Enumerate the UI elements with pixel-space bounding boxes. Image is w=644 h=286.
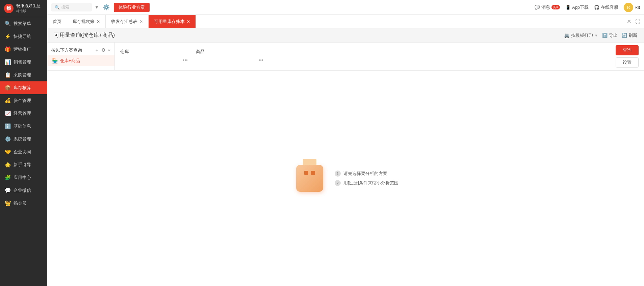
sidebar-item-sales[interactable]: 📊 销售管理 xyxy=(0,56,47,69)
warehouse-more-icon[interactable]: ••• xyxy=(183,57,188,63)
filter-title: 按以下方案查询 xyxy=(51,47,82,53)
refresh-btn[interactable]: 🔄 刷新 xyxy=(622,32,637,38)
scheme-item-warehouse-product[interactable]: 🏪 仓库+商品 xyxy=(47,55,114,66)
warehouse-input[interactable] xyxy=(120,56,181,64)
print-btn[interactable]: 🖨️ 按模板打印 ▼ xyxy=(564,32,598,38)
tab-collect-summary[interactable]: 收发存汇总表 ✕ xyxy=(106,15,149,28)
scheme-label: 仓库+商品 xyxy=(60,58,80,64)
tab-collect-close[interactable]: ✕ xyxy=(139,19,143,24)
sidebar-item-appcenter[interactable]: 🧩 应用中心 xyxy=(0,171,47,184)
money-icon: 💰 xyxy=(5,98,11,104)
sidebar-label-appcenter: 应用中心 xyxy=(14,175,31,181)
sidebar-item-system[interactable]: ⚙️ 系统管理 xyxy=(0,133,47,146)
tab-batch-close[interactable]: ✕ xyxy=(97,19,100,24)
message-btn[interactable]: 💬 消息 99+ xyxy=(535,4,560,10)
sidebar-item-search[interactable]: 🔍 搜索菜单 xyxy=(0,17,47,30)
logo-icon: 畅 xyxy=(4,4,14,13)
sidebar-item-basic[interactable]: ℹ️ 基础信息 xyxy=(0,120,47,133)
sidebar-item-stock[interactable]: 📦 库存核算 xyxy=(0,81,47,94)
info-icon: ℹ️ xyxy=(5,123,11,129)
tab-collect-label: 收发存汇总表 xyxy=(111,19,137,25)
puzzle-icon: 🧩 xyxy=(5,175,11,181)
product-field-label: 商品 xyxy=(196,49,263,55)
sidebar-label-basic: 基础信息 xyxy=(14,123,31,129)
star-icon: 🌟 xyxy=(5,162,11,168)
filter-right: 仓库 ••• 商品 ••• 查询 设置 xyxy=(115,43,644,70)
sidebar-item-corpwechat[interactable]: 💬 企业微信 xyxy=(0,184,47,197)
crown-icon: 👑 xyxy=(5,200,11,206)
print-icon: 🖨️ xyxy=(564,33,570,38)
sidebar-label-vip: 畅会员 xyxy=(14,200,27,206)
app-download-btn[interactable]: 📱 App下载 xyxy=(565,4,589,10)
tab-available-close[interactable]: ✕ xyxy=(187,19,190,24)
user-name: Rit xyxy=(635,5,640,10)
sidebar-label-system: 系统管理 xyxy=(14,136,31,142)
tab-batch-ledger[interactable]: 库存批次账 ✕ xyxy=(67,15,106,28)
sidebar-item-guide[interactable]: 🌟 新手引导 xyxy=(0,158,47,171)
user-area[interactable]: R Rit xyxy=(624,3,640,12)
sidebar-label-stock: 库存核算 xyxy=(14,85,31,91)
trial-btn[interactable]: 体验行业方案 xyxy=(114,3,150,12)
product-input[interactable] xyxy=(196,56,257,64)
settings-icon[interactable]: ⚙️ xyxy=(102,3,111,12)
filter-title-actions: ＋ ⚙ « xyxy=(95,47,110,53)
export-btn[interactable]: ⬆️ 导出 xyxy=(602,32,618,38)
sidebar-item-purchase[interactable]: 📋 采购管理 xyxy=(0,69,47,81)
sidebar-item-vip[interactable]: 👑 畅会员 xyxy=(0,197,47,210)
edit-scheme-icon[interactable]: ⚙ xyxy=(101,47,106,53)
export-label: 导出 xyxy=(609,32,618,38)
hint-num-1: 1 xyxy=(335,171,341,177)
sidebar-label-shortcut: 快捷导航 xyxy=(14,33,31,40)
tab-available-label: 可用量库存账本 xyxy=(154,19,185,25)
logo-text: 畅康通好生意 标准版 xyxy=(16,3,41,14)
topbar-dropdown-icon[interactable]: ▼ xyxy=(95,5,99,10)
tabbar-close-button[interactable]: ✕ xyxy=(625,17,633,26)
chat-icon: 💬 xyxy=(5,187,11,193)
sidebar-item-shortcut[interactable]: ⚡ 快捷导航 xyxy=(0,30,47,43)
product-more-icon[interactable]: ••• xyxy=(258,57,263,63)
tab-home-label: 首页 xyxy=(53,19,61,25)
sidebar-label-biz: 经营管理 xyxy=(14,110,31,116)
print-label: 按模板打印 xyxy=(571,32,593,38)
warehouse-input-row: ••• xyxy=(120,56,188,64)
online-service-label: 在线客服 xyxy=(601,4,618,10)
query-button[interactable]: 查询 xyxy=(616,45,639,55)
collapse-icon[interactable]: « xyxy=(108,47,110,53)
topbar-right: 💬 消息 99+ 📱 App下载 🎧 在线客服 R Rit xyxy=(535,3,640,12)
sidebar-item-corp[interactable]: 🤝 企业协同 xyxy=(0,146,47,158)
print-dropdown-icon[interactable]: ▼ xyxy=(594,33,598,37)
empty-hints: 1 请先选择要分析的方案 2 用[过滤]条件来缩小分析范围 xyxy=(335,171,398,186)
empty-content: 1 请先选择要分析的方案 2 用[过滤]条件来缩小分析范围 xyxy=(293,161,398,195)
topbar: 🔍 搜索 ▼ ⚙️ 体验行业方案 💬 消息 99+ 📱 App下载 🎧 在线客服… xyxy=(47,0,644,15)
message-icon: 💬 xyxy=(535,5,540,10)
sidebar-item-biz[interactable]: 📈 经营管理 xyxy=(0,107,47,120)
sidebar-item-fund[interactable]: 💰 资金管理 xyxy=(0,94,47,107)
export-icon: ⬆️ xyxy=(602,33,608,38)
topbar-search-icon: 🔍 xyxy=(55,5,60,10)
tab-batch-label: 库存批次账 xyxy=(73,19,95,25)
headset-icon: 🎧 xyxy=(594,5,599,10)
filter-title-row: 按以下方案查询 ＋ ⚙ « xyxy=(47,45,114,55)
avatar: R xyxy=(624,3,633,12)
app-edition: 标准版 xyxy=(16,9,41,14)
topbar-search-text: 搜索 xyxy=(61,4,69,10)
message-badge: 99+ xyxy=(551,5,560,9)
sidebar-item-marketing[interactable]: 🎁 营销推广 xyxy=(0,43,47,56)
add-scheme-icon[interactable]: ＋ xyxy=(95,47,99,53)
box-icon: 📦 xyxy=(5,85,11,91)
app-name: 畅康通好生意 xyxy=(16,3,41,9)
robot-eye-right xyxy=(311,171,315,175)
refresh-label: 刷新 xyxy=(628,32,637,38)
page-header: 可用量查询(按仓库+商品) 🖨️ 按模板打印 ▼ ⬆️ 导出 🔄 刷新 xyxy=(47,28,644,43)
hint-text-2: 用[过滤]条件来缩小分析范围 xyxy=(343,180,398,186)
topbar-search-box[interactable]: 🔍 搜索 xyxy=(51,3,92,11)
hint-text-1: 请先选择要分析的方案 xyxy=(343,171,387,177)
tab-available-ledger[interactable]: 可用量库存账本 ✕ xyxy=(149,15,196,28)
sidebar-logo: 畅 畅康通好生意 标准版 xyxy=(0,0,47,17)
sidebar-label-fund: 资金管理 xyxy=(14,98,31,104)
search-icon: 🔍 xyxy=(5,21,11,27)
setting-button[interactable]: 设置 xyxy=(616,57,639,68)
tab-home[interactable]: 首页 xyxy=(47,15,67,28)
online-service-btn[interactable]: 🎧 在线客服 xyxy=(594,4,618,10)
tabbar-expand-button[interactable]: ⛶ xyxy=(634,18,641,26)
